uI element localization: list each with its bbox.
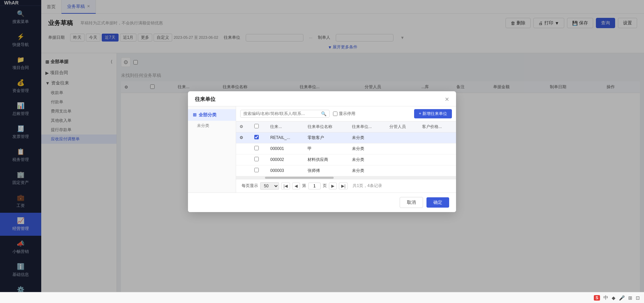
row-check-cell[interactable] — [251, 154, 267, 165]
row-settings-cell — [236, 165, 251, 176]
row-settings-cell — [236, 143, 251, 154]
row-category-cell: 未分类 — [348, 143, 386, 154]
modal-toolbar: 🔍 显示停用 + 新增往来单位 — [236, 106, 456, 121]
cancel-button[interactable]: 取消 — [400, 197, 423, 208]
prev-page-btn[interactable]: ◀ — [292, 183, 300, 189]
mth-settings: ⚙ — [236, 121, 251, 132]
mth-check — [251, 121, 267, 132]
modal-close-icon[interactable]: ✕ — [445, 96, 449, 103]
row-manager-cell — [386, 154, 419, 165]
mth-price: 客户价格... — [419, 121, 456, 132]
row-checkbox[interactable] — [254, 168, 259, 172]
modal-search-input[interactable] — [243, 111, 320, 116]
row-name-cell: 张师傅 — [304, 165, 348, 176]
row-checkbox[interactable] — [254, 135, 259, 139]
row-category-cell: 未分类 — [348, 154, 386, 165]
modal-header: 往来单位 ✕ — [188, 91, 456, 106]
modal-nav-all-label: 全部分类 — [199, 112, 216, 118]
next-page-btn[interactable]: ▶ — [329, 183, 337, 189]
modal-title: 往来单位 — [195, 96, 215, 103]
row-price-cell — [419, 143, 456, 154]
modal-table-row[interactable]: ⚙ RETAIL_... 零散客户 未分类 — [236, 132, 456, 143]
first-page-btn[interactable]: |◀ — [281, 183, 290, 189]
taskbar: S 中 ◆ 🎤 ⊞ ⊡ — [0, 292, 644, 303]
row-category-cell: 未分类 — [348, 165, 386, 176]
row-name-cell: 材料供应商 — [304, 154, 348, 165]
modal-nav-uncategorized[interactable]: 未分类 — [188, 121, 236, 131]
taskbar-win-icon[interactable]: ⊞ — [628, 295, 632, 301]
show-disabled-text: 显示停用 — [339, 111, 355, 117]
mth-name: 往来单位名称 — [304, 121, 348, 132]
modal-overlay: 往来单位 ✕ ⊞ 全部分类 未分类 🔍 — [0, 0, 644, 303]
row-price-cell — [419, 165, 456, 176]
row-code-cell: 000002 — [267, 154, 304, 165]
taskbar-zh-icon[interactable]: 中 — [603, 295, 608, 301]
modal-table-row[interactable]: 000001 甲 未分类 — [236, 143, 456, 154]
confirm-button[interactable]: 确定 — [426, 197, 449, 208]
page-size-label: 每页显示 — [242, 183, 258, 189]
row-name-cell: 甲 — [304, 143, 348, 154]
last-page-btn[interactable]: ▶| — [339, 183, 348, 189]
row-checkbox[interactable] — [254, 157, 259, 161]
grid-icon: ⊞ — [193, 112, 197, 117]
modal-left-nav: ⊞ 全部分类 未分类 — [188, 106, 236, 193]
page-number-input[interactable] — [308, 183, 321, 189]
taskbar-mic-icon[interactable]: 🎤 — [619, 295, 625, 301]
modal-search-box[interactable]: 🔍 — [240, 110, 330, 118]
modal-right-content: 🔍 显示停用 + 新增往来单位 ⚙ — [236, 106, 456, 193]
show-disabled-checkbox[interactable] — [333, 112, 337, 116]
show-disabled-label: 显示停用 — [333, 111, 355, 117]
modal-table-wrap: ⚙ 往来... 往来单位名称 往来单位... 分管人员 客户价格... ⚙ — [236, 121, 456, 176]
row-category-cell: 未分类 — [348, 132, 386, 143]
modal-pagination: 每页显示 50 100 200 |◀ ◀ 第 页 ▶ ▶| 共1页，4条记录 — [236, 179, 456, 193]
row-price-cell — [419, 132, 456, 143]
taskbar-s-logo: S — [594, 295, 600, 301]
page-num-word: 第 — [302, 183, 306, 189]
taskbar-diamond-icon[interactable]: ◆ — [612, 295, 615, 301]
row-manager-cell — [386, 143, 419, 154]
modal-scrollbar[interactable] — [236, 176, 456, 179]
modal-footer: 取消 确定 — [188, 193, 456, 212]
page-word: 页 — [323, 183, 327, 189]
modal-nav-all[interactable]: ⊞ 全部分类 — [188, 109, 236, 121]
row-code-cell: 000003 — [267, 165, 304, 176]
row-price-cell — [419, 154, 456, 165]
modal-scroll-thumb — [265, 177, 334, 179]
add-partner-button[interactable]: + 新增往来单位 — [414, 109, 452, 118]
mth-category: 往来单位... — [348, 121, 386, 132]
row-manager-cell — [386, 132, 419, 143]
total-text: 共1页，4条记录 — [353, 183, 382, 189]
modal-select-all[interactable] — [254, 124, 259, 128]
page-size-select[interactable]: 50 100 200 — [260, 182, 279, 190]
row-check-cell[interactable] — [251, 165, 267, 176]
row-checkbox[interactable] — [254, 146, 259, 150]
row-settings-cell — [236, 154, 251, 165]
row-name-cell: 零散客户 — [304, 132, 348, 143]
row-check-cell[interactable] — [251, 132, 267, 143]
add-partner-label: + 新增往来单位 — [419, 111, 447, 117]
mth-code: 往来... — [267, 121, 304, 132]
row-code-cell: 000001 — [267, 143, 304, 154]
row-settings-cell: ⚙ — [236, 132, 251, 143]
modal-table-row[interactable]: 000002 材料供应商 未分类 — [236, 154, 456, 165]
modal-table: ⚙ 往来... 往来单位名称 往来单位... 分管人员 客户价格... ⚙ — [236, 121, 456, 176]
partner-modal: 往来单位 ✕ ⊞ 全部分类 未分类 🔍 — [188, 91, 456, 212]
modal-body: ⊞ 全部分类 未分类 🔍 显示停用 — [188, 106, 456, 193]
taskbar-layout-icon[interactable]: ⊡ — [636, 295, 640, 301]
row-code-cell: RETAIL_... — [267, 132, 304, 143]
mth-manager: 分管人员 — [386, 121, 419, 132]
row-manager-cell — [386, 165, 419, 176]
modal-search-icon: 🔍 — [321, 111, 326, 116]
row-check-cell[interactable] — [251, 143, 267, 154]
modal-table-row[interactable]: 000003 张师傅 未分类 — [236, 165, 456, 176]
